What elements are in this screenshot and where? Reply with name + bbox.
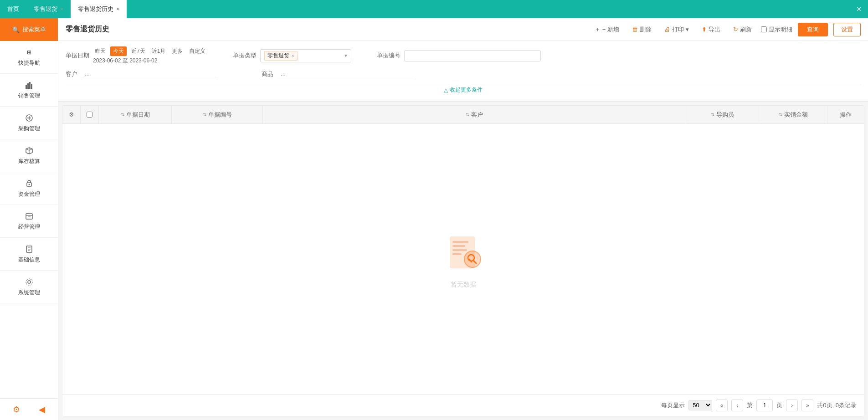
sidebar-bottom: ⚙ ◀ [0,398,58,420]
th-doc-no[interactable]: ⇅ 单据编号 [172,106,263,123]
th-amount-label: 实销金额 [784,111,808,119]
sidebar-item-system-mgmt[interactable]: 系统管理 [0,271,58,303]
show-detail-input[interactable] [761,26,767,32]
query-button[interactable]: 查询 [798,23,828,36]
doc-type-label: 单据类型 [233,51,257,60]
date-options: 昨天 今天 近7天 近1月 更多 自定义 2023-06-02 至 2023-0… [93,46,207,65]
sidebar-item-purchase-mgmt[interactable]: 采购管理 [0,107,58,139]
date-options-list: 昨天 今天 近7天 近1月 更多 自定义 [93,46,207,56]
svg-rect-1 [27,83,29,89]
customer-input[interactable] [81,69,218,79]
per-page-select[interactable]: 50 10 20 100 [688,400,712,410]
next-page-button[interactable]: › [786,400,798,411]
sidebar-item-inventory[interactable]: 库存核算 [0,139,58,172]
next-page-icon: › [791,402,793,409]
sort-icon-date: ⇅ [121,112,124,117]
add-button[interactable]: ＋ + 新增 [591,24,623,36]
print-button[interactable]: 🖨 打印 ▾ [661,24,693,36]
sidebar-item-finance[interactable]: 资金管理 [0,172,58,205]
window-close-button[interactable]: × [850,0,868,18]
date-opt-last7[interactable]: 近7天 [129,46,147,56]
sidebar-item-purchase-mgmt-label: 采购管理 [18,125,40,133]
sidebar-item-operation[interactable]: 经营管理 [0,205,58,238]
tab-list: 首页 零售退货 × 零售退货历史 × [0,0,850,18]
settings-col-icon: ⚙ [69,111,74,118]
tab-retail-return[interactable]: 零售退货 × [26,0,71,18]
th-settings[interactable]: ⚙ [62,106,81,123]
svg-point-16 [464,251,481,267]
svg-rect-13 [452,245,465,247]
date-opt-yesterday[interactable]: 昨天 [93,46,108,56]
export-icon: ⬆ [702,26,707,33]
per-page-label: 每页显示 [661,401,685,410]
th-customer[interactable]: ⇅ 客户 [263,106,686,123]
svg-rect-12 [452,241,468,243]
tab-retail-return-close[interactable]: × [60,6,63,12]
refresh-button[interactable]: ↻ 刷新 [729,24,755,36]
sidebar-item-sales-mgmt-label: 销售管理 [18,92,40,100]
delete-button[interactable]: 🗑 删除 [628,24,655,36]
sidebar-item-sales-mgmt[interactable]: 销售管理 [0,74,58,107]
sort-icon-amount: ⇅ [779,112,782,117]
th-date[interactable]: ⇅ 单据日期 [99,106,172,123]
sidebar-item-quick-nav[interactable]: ⊞ 快捷导航 [0,41,58,74]
doc-type-tag-close[interactable]: × [291,53,294,58]
delete-icon: 🗑 [632,26,638,33]
export-button[interactable]: ⬆ 导出 [698,24,724,36]
svg-rect-7 [26,214,32,219]
sidebar-item-operation-label: 经营管理 [18,223,40,231]
doc-type-tag-container[interactable]: 零售退货 × ▾ [260,49,351,62]
date-opt-more[interactable]: 更多 [170,46,185,56]
refresh-icon: ↻ [733,26,738,33]
date-opt-today[interactable]: 今天 [110,46,127,56]
settings-icon[interactable]: ⚙ [13,405,20,415]
sidebar-search[interactable]: 🔍 搜索菜单 [0,18,58,41]
date-opt-last1m[interactable]: 近1月 [150,46,168,56]
doc-type-tag: 零售退货 × [264,51,297,61]
goods-filter: 商品 [262,69,414,79]
prev-page-button[interactable]: ‹ [731,400,743,411]
svg-rect-15 [452,253,462,255]
tab-retail-return-history-close[interactable]: × [116,6,119,12]
first-page-button[interactable]: « [716,400,728,411]
select-all-checkbox[interactable] [87,112,92,118]
last-page-icon: » [806,402,809,409]
first-page-icon: « [720,402,724,409]
sidebar-nav: ⊞ 快捷导航 销售管理 采购管理 库存核算 [0,41,58,398]
collapse-label: 收起更多条件 [450,86,483,94]
collapse-row[interactable]: △ 收起更多条件 [66,84,861,96]
goods-input[interactable] [277,69,414,79]
setting-button[interactable]: 设置 [833,23,861,36]
th-guide[interactable]: ⇅ 导购员 [686,106,759,123]
sidebar-item-basic-info[interactable]: 基础信息 [0,238,58,271]
content-area: 零售退货历史 ＋ + 新增 🗑 删除 🖨 打印 ▾ ⬆ 导出 [58,18,868,420]
date-range-display: 2023-06-02 至 2023-06-02 [93,57,207,65]
tab-retail-return-history[interactable]: 零售退货历史 × [71,0,127,18]
add-label: + 新增 [602,26,619,34]
operation-icon [24,211,34,221]
doc-no-filter: 单据编号 [377,50,541,61]
tab-home[interactable]: 首页 [0,0,26,18]
th-amount[interactable]: ⇅ 实销金额 [759,106,827,123]
date-filter: 单据日期 昨天 今天 近7天 近1月 更多 自定义 2023-06-02 至 2… [66,46,207,65]
goods-label: 商品 [262,70,273,78]
sidebar-item-basic-info-label: 基础信息 [18,256,40,264]
doc-type-filter: 单据类型 零售退货 × ▾ [233,49,351,62]
table-area: ⚙ ⇅ 单据日期 ⇅ 单据编号 ⇅ 客户 ⇅ [62,105,864,416]
th-checkbox[interactable] [81,106,99,123]
show-detail-checkbox[interactable]: 显示明细 [761,26,792,34]
last-page-button[interactable]: » [801,400,813,411]
collapse-icon[interactable]: ◀ [39,405,45,415]
tab-home-label: 首页 [7,5,19,13]
date-opt-custom[interactable]: 自定义 [187,46,207,56]
doc-type-dropdown-icon[interactable]: ▾ [344,52,347,59]
page-number-input[interactable] [756,400,773,411]
header-actions: ＋ + 新增 🗑 删除 🖨 打印 ▾ ⬆ 导出 ↻ [591,23,861,36]
page-title: 零售退货历史 [66,25,109,34]
inventory-icon [24,146,34,156]
doc-no-input[interactable] [404,50,541,61]
filter-area: 单据日期 昨天 今天 近7天 近1月 更多 自定义 2023-06-02 至 2… [58,41,868,102]
th-operation-label: 操作 [840,111,852,119]
date-filter-label: 单据日期 [66,51,89,60]
empty-text: 暂无数据 [451,281,476,289]
